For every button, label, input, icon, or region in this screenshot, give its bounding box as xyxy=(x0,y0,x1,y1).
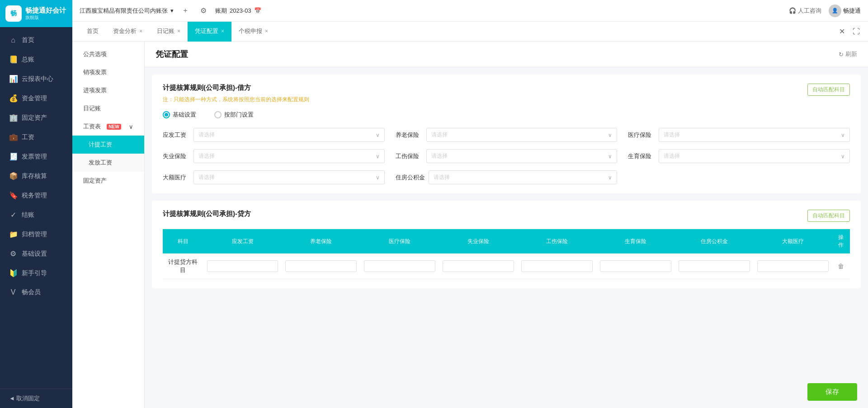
left-menu-journal[interactable]: 日记账 xyxy=(72,99,144,117)
injury-select-arrow: ∨ xyxy=(608,153,612,159)
housing-select[interactable]: 请选择 ∨ xyxy=(429,170,618,184)
table-header-row: 科目 应发工资 养老保险 医疗保险 失业保险 工伤保险 生育保险 住房公积金 大… xyxy=(163,229,850,253)
auto-match-debit-button[interactable]: 自动匹配科目 xyxy=(807,84,850,96)
sidebar-item-inventory[interactable]: 📦 库存核算 xyxy=(0,166,72,186)
row-housing-input[interactable] xyxy=(679,260,750,272)
avatar: 👤 xyxy=(829,5,841,17)
col-salary: 应发工资 xyxy=(203,229,282,253)
auto-match-credit-button[interactable]: 自动匹配科目 xyxy=(807,210,850,222)
inventory-icon: 📦 xyxy=(9,172,17,180)
delete-row-button[interactable]: 🗑 xyxy=(838,263,844,270)
home-icon: ⌂ xyxy=(9,36,17,44)
section1-title: 计提核算规则(公司承担)-借方 xyxy=(163,84,807,92)
service-button[interactable]: 🎧 人工咨询 xyxy=(789,7,821,15)
left-menu-sales-invoice[interactable]: 销项发票 xyxy=(72,63,144,81)
sidebar-item-settlement[interactable]: ✓ 结账 xyxy=(0,205,72,225)
fullscreen-button[interactable]: ⛶ xyxy=(850,25,863,38)
radio-dept[interactable]: 按部门设置 xyxy=(214,111,254,119)
sidebar-item-ledger[interactable]: 📒 总账 xyxy=(0,50,72,69)
form-item-housing: 住房公积金 请选择 ∨ xyxy=(396,170,618,184)
sidebar-item-cloud-report[interactable]: 📊 云报表中心 xyxy=(0,69,72,89)
table-row: 计提贷方科目 🗑 xyxy=(163,253,850,279)
radio-basic-circle xyxy=(163,111,170,118)
pension-select[interactable]: 请选择 ∨ xyxy=(426,128,618,142)
add-button[interactable]: ＋ xyxy=(179,5,192,17)
unpin-button[interactable]: ◄ 取消固定 xyxy=(0,389,72,408)
radio-group: 基础设置 按部门设置 xyxy=(163,111,850,119)
row-salary-input[interactable] xyxy=(207,260,278,272)
tab-close-fund[interactable]: × xyxy=(139,28,142,34)
tab-home[interactable]: 首页 xyxy=(80,22,106,42)
row-medical-input-cell xyxy=(360,253,439,279)
form-item-salary: 应发工资 请选择 ∨ xyxy=(163,128,385,142)
medical-label: 医疗保险 xyxy=(628,131,655,139)
row-delete-cell: 🗑 xyxy=(832,253,850,279)
birth-select[interactable]: 请选择 ∨ xyxy=(659,149,850,163)
col-medical: 医疗保险 xyxy=(360,229,439,253)
tab-close-journal[interactable]: × xyxy=(177,28,180,34)
medical-select[interactable]: 请选择 ∨ xyxy=(659,128,850,142)
content-area: 公共选项 销项发票 进项发票 日记账 工资表 NEW ∨ 计提工资 发 xyxy=(72,42,868,408)
left-menu-purchase-invoice[interactable]: 进项发票 xyxy=(72,81,144,99)
row-medical-input[interactable] xyxy=(364,260,435,272)
sidebar-item-basic[interactable]: ⚙ 基础设置 xyxy=(0,244,72,263)
sidebar-item-tax[interactable]: 🔖 税务管理 xyxy=(0,186,72,205)
sidebar-item-assets[interactable]: 🏢 固定资产 xyxy=(0,108,72,127)
col-housing: 住房公积金 xyxy=(675,229,754,253)
tab-fund[interactable]: 资金分析 × xyxy=(106,22,150,42)
left-menu-public[interactable]: 公共选项 xyxy=(72,45,144,63)
left-menu-salary-table[interactable]: 工资表 NEW ∨ xyxy=(72,117,144,136)
tax-icon: 🔖 xyxy=(9,191,17,200)
injury-select[interactable]: 请选择 ∨ xyxy=(426,149,618,163)
radio-dept-circle xyxy=(214,111,222,118)
sidebar-item-guide[interactable]: 🔰 新手引导 xyxy=(0,263,72,283)
row-pension-input[interactable] xyxy=(285,260,357,272)
refresh-button[interactable]: ↻ 刷新 xyxy=(839,50,857,58)
tab-journal[interactable]: 日记账 × xyxy=(150,22,188,42)
left-menu-pay-salary[interactable]: 发放工资 xyxy=(72,154,144,172)
sidebar-logo: 畅 畅捷通好会计 旗舰版 xyxy=(0,0,72,27)
row-injury-input[interactable] xyxy=(521,260,593,272)
sidebar-item-salary[interactable]: 💼 工资 xyxy=(0,127,72,147)
row-birth-input[interactable] xyxy=(600,260,671,272)
tab-close-voucher[interactable]: × xyxy=(221,28,224,34)
large-medical-select-arrow: ∨ xyxy=(376,174,380,181)
birth-select-arrow: ∨ xyxy=(841,153,845,159)
row-large-medical-input[interactable] xyxy=(757,260,829,272)
tab-tax-return[interactable]: 个税申报 × xyxy=(231,22,275,42)
sidebar-item-vip[interactable]: V 畅会员 xyxy=(0,283,72,302)
salary-select[interactable]: 请选择 ∨ xyxy=(193,128,385,142)
basic-icon: ⚙ xyxy=(9,249,17,258)
close-tab-button[interactable]: ✕ xyxy=(835,25,848,38)
form-item-unemployment: 失业保险 请选择 ∨ xyxy=(163,149,385,163)
row-pension-input-cell xyxy=(282,253,360,279)
company-selector[interactable]: 江西服宝精品有限责任公司内账张 ▾ xyxy=(80,7,174,15)
vip-icon: V xyxy=(9,288,17,296)
large-medical-select[interactable]: 请选择 ∨ xyxy=(193,170,385,184)
tabbar: 首页 资金分析 × 日记账 × 凭证配置 × 个税申报 × ✕ ⛶ xyxy=(72,22,868,42)
sidebar-item-archive[interactable]: 📁 归档管理 xyxy=(0,225,72,244)
cloud-report-icon: 📊 xyxy=(9,75,17,83)
sidebar-item-home[interactable]: ⌂ 首页 xyxy=(0,31,72,50)
page-content: 凭证配置 ↻ 刷新 计提核算规则(公司承担)-借方 注：只能选择一种方式，系统将… xyxy=(145,42,868,408)
large-medical-label: 大额医疗 xyxy=(163,174,190,182)
radio-basic[interactable]: 基础设置 xyxy=(163,111,196,119)
tab-voucher[interactable]: 凭证配置 × xyxy=(188,22,231,42)
section2-header: 计提核算规则(公司承担)-贷方 自动匹配科目 xyxy=(163,210,850,222)
tab-close-tax-return[interactable]: × xyxy=(265,28,268,34)
row-unemployment-input[interactable] xyxy=(443,260,514,272)
save-button[interactable]: 保存 xyxy=(807,383,857,401)
salary-select-arrow: ∨ xyxy=(376,132,380,138)
left-menu-calc-salary[interactable]: 计提工资 xyxy=(72,136,144,154)
salary-label: 应发工资 xyxy=(163,131,190,139)
user-button[interactable]: 👤 畅捷通 xyxy=(829,5,861,17)
sidebar-item-fund[interactable]: 💰 资金管理 xyxy=(0,89,72,108)
row-label: 计提贷方科目 xyxy=(163,253,203,279)
left-menu-fixed-assets[interactable]: 固定资产 xyxy=(72,172,144,190)
settings-button[interactable]: ⚙ xyxy=(197,5,210,17)
topbar-right: 🎧 人工咨询 👤 畅捷通 xyxy=(789,5,861,17)
unemployment-select[interactable]: 请选择 ∨ xyxy=(193,149,385,163)
calendar-icon: 📅 xyxy=(254,7,261,14)
period-display: 账期 2023-03 📅 xyxy=(215,7,261,15)
sidebar-item-invoice[interactable]: 🧾 发票管理 xyxy=(0,147,72,166)
